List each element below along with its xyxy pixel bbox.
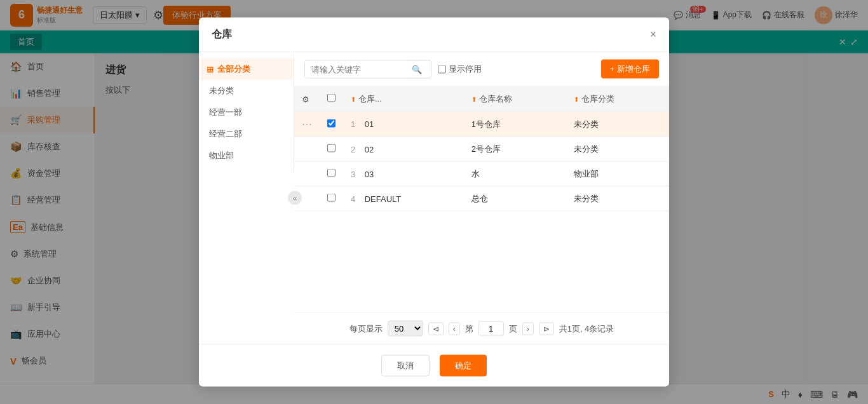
page-label: 第: [465, 323, 473, 334]
modal-title: 仓库: [212, 28, 232, 41]
modal-footer: 取消 确定: [199, 344, 669, 387]
row-checkbox[interactable]: [327, 119, 336, 127]
modal-body: ⊞ 全部分类 未分类 经营一部 经营二部 物业部 « 🔍: [199, 52, 669, 344]
table-header-row: ⚙ ⬆ 仓库... ⬆ 仓库名称: [294, 87, 669, 112]
search-input[interactable]: [305, 60, 407, 77]
show-disabled-checkbox[interactable]: [438, 65, 446, 73]
row-name-cell: 1号仓库: [464, 111, 567, 137]
row-checkbox[interactable]: [327, 144, 336, 152]
table-row[interactable]: ⋯ 1 01 1号仓库 未分类: [294, 111, 669, 137]
search-icon[interactable]: 🔍: [407, 60, 427, 77]
modal-category-ops2[interactable]: 经营二部: [199, 123, 294, 145]
page-unit: 页: [509, 323, 517, 334]
th-code: ⬆ 仓库...: [343, 87, 464, 112]
th-category: ⬆ 仓库分类: [566, 87, 669, 112]
modal-all-category[interactable]: ⊞ 全部分类: [199, 58, 294, 80]
select-all-checkbox[interactable]: [327, 94, 336, 102]
confirm-button[interactable]: 确定: [440, 355, 487, 377]
row-checkbox-cell: [320, 186, 343, 211]
row-name-cell: 水: [464, 161, 567, 186]
modal-toolbar: 🔍 显示停用 + 新增仓库: [294, 52, 669, 87]
row-name-cell: 2号仓库: [464, 137, 567, 161]
row-checkbox-cell: [320, 161, 343, 186]
modal-main: 🔍 显示停用 + 新增仓库 ⚙: [294, 52, 669, 344]
modal-sidebar: ⊞ 全部分类 未分类 经营一部 经营二部 物业部: [199, 52, 294, 173]
sidebar-collapse-button[interactable]: «: [288, 191, 302, 205]
modal-category-property[interactable]: 物业部: [199, 145, 294, 166]
th-name: ⬆ 仓库名称: [464, 87, 567, 112]
page-size-select[interactable]: 50 10 20 100: [388, 321, 423, 337]
prev-page-button[interactable]: ‹: [449, 322, 460, 335]
row-gear-cell: ⋯: [294, 111, 320, 137]
th-gear: ⚙: [294, 87, 320, 112]
sort-icon3: ⬆: [574, 95, 579, 102]
total-info: 共1页, 4条记录: [559, 323, 614, 334]
th-checkbox: [320, 87, 343, 112]
row-checkbox-cell: [320, 111, 343, 137]
page-size-label: 每页显示: [349, 323, 383, 334]
page-number-input[interactable]: [478, 321, 504, 336]
search-input-wrap: 🔍: [304, 60, 431, 78]
row-num-cell: 2 02: [343, 137, 464, 161]
row-gear-cell: [294, 161, 320, 186]
pagination: 每页显示 50 10 20 100 ⊲ ‹ 第 页 › ⊳ 共1页, 4条记录: [294, 313, 669, 344]
modal-header: 仓库 ×: [199, 18, 669, 52]
sort-icon: ⬆: [351, 95, 356, 102]
modal-sidebar-wrapper: ⊞ 全部分类 未分类 经营一部 经营二部 物业部 «: [199, 52, 294, 344]
cancel-button[interactable]: 取消: [381, 355, 430, 377]
row-num-cell: 1 01: [343, 111, 464, 137]
modal-close-button[interactable]: ×: [649, 28, 656, 41]
grid-icon: ⊞: [207, 64, 214, 74]
next-page-button[interactable]: ›: [522, 322, 534, 335]
row-category-cell: 未分类: [566, 111, 669, 137]
table-gear-icon: ⚙: [302, 94, 309, 104]
row-category-cell: 未分类: [566, 186, 669, 211]
first-page-button[interactable]: ⊲: [428, 322, 444, 335]
row-category-cell: 未分类: [566, 137, 669, 161]
modal-category-ops1[interactable]: 经营一部: [199, 102, 294, 123]
row-category-cell: 物业部: [566, 161, 669, 186]
warehouse-modal: 仓库 × ⊞ 全部分类 未分类 经营一部 经营二部 物业部 «: [199, 18, 669, 387]
table-row[interactable]: 3 03 水 物业部: [294, 161, 669, 186]
row-action-icon[interactable]: ⋯: [302, 119, 312, 130]
last-page-button[interactable]: ⊳: [539, 322, 554, 335]
row-num-cell: 3 03: [343, 161, 464, 186]
sort-icon2: ⬆: [471, 95, 477, 102]
table-row[interactable]: 2 02 2号仓库 未分类: [294, 137, 669, 161]
show-disabled-checkbox-label[interactable]: 显示停用: [438, 64, 482, 75]
modal-category-unclassified[interactable]: 未分类: [199, 80, 294, 102]
table-row[interactable]: 4 DEFAULT 总仓 未分类: [294, 186, 669, 211]
row-checkbox[interactable]: [327, 194, 336, 202]
row-checkbox[interactable]: [327, 169, 336, 177]
row-name-cell: 总仓: [464, 186, 567, 211]
row-checkbox-cell: [320, 137, 343, 161]
warehouse-table: ⚙ ⬆ 仓库... ⬆ 仓库名称: [294, 87, 669, 212]
add-warehouse-button[interactable]: + 新增仓库: [601, 60, 659, 79]
row-gear-cell: [294, 137, 320, 161]
row-num-cell: 4 DEFAULT: [343, 186, 464, 211]
modal-table: ⚙ ⬆ 仓库... ⬆ 仓库名称: [294, 87, 669, 313]
